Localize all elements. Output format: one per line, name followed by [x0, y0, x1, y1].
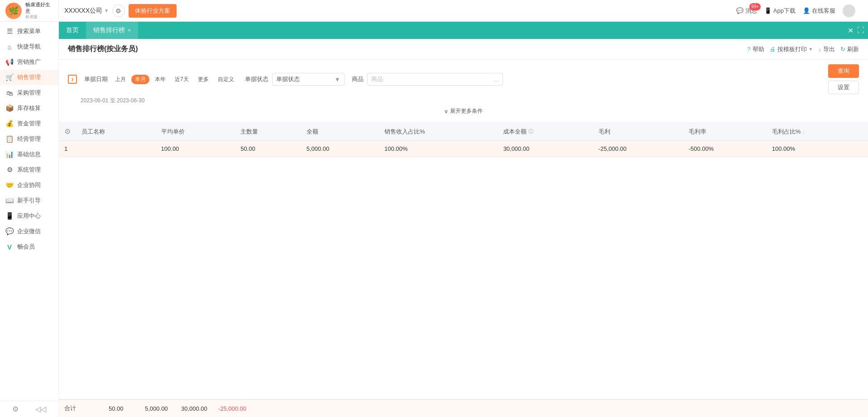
col-cost: 成本全额 ⓘ: [498, 123, 593, 141]
goods-filter: 商品 商品 ...: [352, 73, 503, 86]
date-tab-last-month[interactable]: 上月: [111, 75, 129, 84]
company-selector[interactable]: XXXXXX公司 ▼: [64, 7, 109, 15]
cost-info-icon[interactable]: ⓘ: [528, 128, 533, 135]
cell-cost: 30,000.00: [498, 141, 593, 157]
help-button[interactable]: ? 帮助: [747, 45, 764, 53]
goods-filter-label: 商品: [352, 75, 364, 83]
col-avg-price: 平均单价: [156, 123, 235, 141]
user-avatar[interactable]: [843, 5, 855, 17]
sidebar-item-apps[interactable]: 📱 应用中心: [0, 208, 58, 224]
sidebar-item-corp[interactable]: 🤝 企业协同: [0, 177, 58, 193]
cell-sales-pct: 100.00%: [379, 141, 498, 157]
help-icon: ?: [747, 46, 750, 53]
operations-icon: 📋: [5, 135, 14, 143]
tab-home[interactable]: 首页: [59, 22, 86, 39]
sidebar-item-label: 销售管理: [17, 73, 41, 81]
guide-icon: 📖: [5, 197, 14, 205]
data-table: ⚙ 员工名称 平均单价 主数量 全额 销售收入占比%: [59, 123, 868, 157]
settings-button-filter[interactable]: 设置: [828, 81, 859, 94]
sidebar-item-basic[interactable]: 📊 基础信息: [0, 147, 58, 162]
sidebar-item-marketing[interactable]: 📢 营销推广: [0, 54, 58, 70]
col-settings-icon[interactable]: ⚙: [64, 128, 71, 135]
query-button[interactable]: 查询: [828, 64, 859, 78]
profit-pct-sort-icon[interactable]: ↕: [802, 129, 805, 134]
sidebar-settings-icon[interactable]: ⚙: [12, 405, 19, 413]
tab-sales-ranking-label: 销售排行榜: [93, 26, 125, 34]
sidebar-item-label: 资金管理: [17, 120, 41, 128]
filter-expand-toggle[interactable]: ›: [68, 75, 77, 84]
col-settings-header[interactable]: ⚙: [59, 123, 76, 141]
app-name: 畅康通好生意: [25, 1, 53, 14]
sidebar-item-system[interactable]: ⚙ 系统管理: [0, 162, 58, 177]
sidebar-item-member[interactable]: V 畅会员: [0, 239, 58, 254]
template-print-button[interactable]: 🖨 按模板打印 ▼: [770, 45, 813, 53]
tab-sales-ranking[interactable]: 销售排行榜 ×: [86, 22, 138, 39]
sidebar-item-label: 基础信息: [17, 150, 41, 158]
sidebar-item-purchase[interactable]: 🛍 采购管理: [0, 85, 58, 101]
sidebar-item-search[interactable]: ☰ 搜索菜单: [0, 24, 58, 39]
app-version: 标准版: [25, 14, 53, 20]
service-icon: 👤: [803, 7, 810, 14]
date-tab-custom[interactable]: 自定义: [214, 75, 238, 84]
sidebar-collapse-icon[interactable]: ◁◁: [35, 405, 46, 413]
expand-down-icon: ∨: [444, 108, 448, 115]
trial-button[interactable]: 体验行业方案: [129, 4, 177, 18]
cell-profit-rate: -500.00%: [683, 141, 767, 157]
tab-bar-close-icon[interactable]: ✕: [848, 26, 854, 35]
status-select-arrow: ▼: [335, 76, 340, 83]
message-button[interactable]: 💬 消息 99+: [736, 7, 757, 15]
tab-bar-maximize-icon[interactable]: ⛶: [857, 26, 864, 34]
table-row: 1 100.00 50.00 5,000.00 100.00% 30,000.0…: [59, 141, 868, 157]
col-profit: 毛利: [593, 123, 683, 141]
cell-amount: 5,000.00: [301, 141, 379, 157]
refresh-button[interactable]: ↻ 刷新: [840, 45, 859, 53]
finance-icon: 💰: [5, 120, 14, 128]
refresh-label: 刷新: [847, 45, 859, 53]
table-footer: 合计 50.00 5,000.00 30,000.00 -25,000.00: [59, 399, 868, 417]
sidebar-item-label: 新手引导: [17, 197, 41, 205]
sidebar-item-label: 系统管理: [17, 166, 41, 174]
goods-more-icon[interactable]: ...: [494, 76, 499, 83]
export-button[interactable]: ↓ 导出: [819, 45, 835, 53]
footer-profit: -25,000.00: [213, 405, 252, 412]
action-buttons: 查询 设置: [828, 64, 859, 94]
footer-cost: 30,000.00: [176, 405, 213, 412]
date-tab-current-month[interactable]: 本月: [131, 75, 149, 84]
goods-input[interactable]: 商品 ...: [367, 73, 503, 86]
apps-icon: 📱: [5, 212, 14, 220]
sidebar-item-inventory[interactable]: 📦 库存核算: [0, 101, 58, 116]
status-filter: 单据状态 单据状态 ▼: [245, 73, 345, 86]
sidebar-item-finance[interactable]: 💰 资金管理: [0, 116, 58, 131]
date-tabs: 上月 本月 本年 近7天 更多 自定义: [111, 75, 238, 84]
help-label: 帮助: [753, 45, 764, 53]
expand-more-filters[interactable]: ∨ 展开更多条件: [68, 105, 859, 118]
message-badge: 99+: [749, 3, 761, 10]
sales-icon: 🛒: [5, 73, 14, 81]
status-select[interactable]: 单据状态 ▼: [272, 73, 345, 86]
export-label: 导出: [823, 45, 835, 53]
col-quantity: 主数量: [235, 123, 301, 141]
sidebar-item-operations[interactable]: 📋 经营管理: [0, 131, 58, 147]
company-dropdown-icon: ▼: [104, 8, 109, 13]
status-filter-label: 单据状态: [245, 75, 269, 83]
sidebar-item-wechat[interactable]: 💬 企业微信: [0, 224, 58, 239]
app-download-button[interactable]: 📱 App下载: [764, 7, 796, 15]
cell-rank: 1: [59, 141, 76, 157]
template-print-label: 按模板打印: [777, 45, 807, 53]
sidebar-item-label: 企业协同: [17, 181, 41, 189]
sidebar-item-nav[interactable]: ⌂ 快捷导航: [0, 39, 58, 54]
date-filter-label: 单据日期: [84, 75, 108, 83]
sidebar-item-sales[interactable]: 🛒 销售管理: [0, 70, 58, 85]
tab-close-icon[interactable]: ×: [128, 27, 131, 34]
col-profit-rate: 毛利率: [683, 123, 767, 141]
cell-avg-price: 100.00: [156, 141, 235, 157]
cell-profit: -25,000.00: [593, 141, 683, 157]
settings-button[interactable]: ⚙: [112, 5, 125, 17]
date-tab-more[interactable]: 更多: [194, 75, 212, 84]
date-tab-current-year[interactable]: 本年: [151, 75, 169, 84]
member-icon: V: [5, 243, 14, 251]
corp-icon: 🤝: [5, 181, 14, 189]
date-tab-7days[interactable]: 近7天: [171, 75, 192, 84]
sidebar-item-guide[interactable]: 📖 新手引导: [0, 193, 58, 208]
online-service-button[interactable]: 👤 在线客服: [803, 7, 835, 15]
